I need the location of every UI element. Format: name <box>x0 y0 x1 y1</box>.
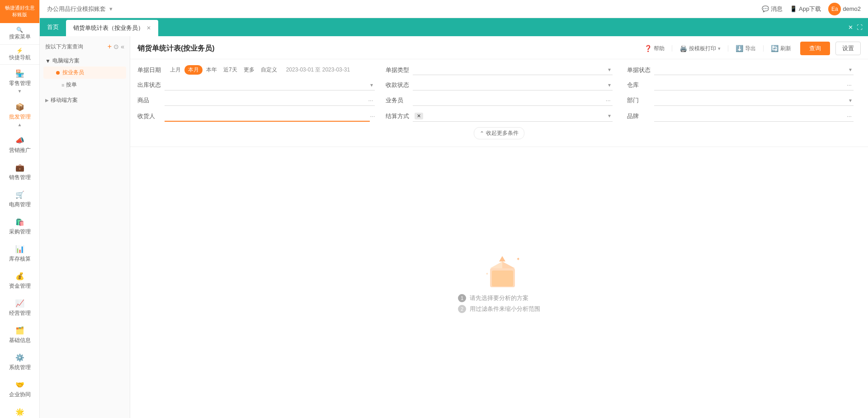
svg-text:✦: ✦ <box>486 272 489 276</box>
tab-home[interactable]: 首页 <box>40 18 66 36</box>
print-arrow: ▾ <box>718 46 721 52</box>
search-menu[interactable]: 🔍 搜索菜单 <box>0 23 39 45</box>
doc-status-select[interactable]: ▾ <box>654 65 854 75</box>
receiver-input[interactable] <box>165 110 370 122</box>
export-btn[interactable]: ⬇️ 导出 <box>736 45 756 52</box>
sidebar-item-newbie[interactable]: 🌟 新手引导 <box>0 403 39 418</box>
filter-collapse-area: ⌃ 收起更多条件 <box>137 125 861 141</box>
corp-label: 企业协同 <box>9 391 31 399</box>
sidebar-item-purchase[interactable]: 🛍️ 采购管理 <box>0 213 39 240</box>
pc-scheme-header[interactable]: ▼ 电脑端方案 <box>43 55 126 66</box>
sidebar-item-sales[interactable]: 💼 销售管理 <box>0 159 39 186</box>
shortcut-icon: ⚡ <box>16 48 23 54</box>
content-area: 按以下方案查询 + ⊙ « ▼ 电脑端方案 按业务员 ≡ 按单 <box>40 36 868 418</box>
warehouse-input[interactable]: ··· <box>654 80 854 90</box>
brand-col: 品牌 ··· <box>620 111 861 122</box>
doc-type-select[interactable]: ▾ <box>413 65 612 75</box>
app-icon: 📱 <box>790 5 797 12</box>
add-scheme-btn[interactable]: + <box>108 43 112 51</box>
shortcut-nav[interactable]: ⚡ 快捷导航 <box>0 45 39 65</box>
main-area: 办公用品行业模拟账套 ▾ 💬 消息 📱 App下载 Ea demo2 首页 销货… <box>40 0 868 418</box>
refresh-icon: 🔄 <box>771 45 778 52</box>
sub-item-by-order[interactable]: ≡ 按单 <box>43 79 126 91</box>
salesperson-dots: ··· <box>606 97 611 104</box>
settings-btn[interactable]: 设置 <box>835 42 861 55</box>
settlement-col: 结算方式 ✕ ▾ <box>378 111 619 122</box>
brand-dots: ··· <box>847 113 852 119</box>
collapse-panel-btn[interactable]: « <box>121 43 124 50</box>
topbar-dropdown-icon[interactable]: ▾ <box>109 5 113 12</box>
dept-col: 部门 ▾ <box>620 95 861 106</box>
filter-area: 单据日期 上月 本月 本年 近7天 更多 自定义 2023-03-01 至 20… <box>130 59 868 147</box>
brand-label: 品牌 <box>627 112 654 120</box>
mobile-scheme-header[interactable]: ▶ 移动端方案 <box>43 95 126 106</box>
date-tab-last-month[interactable]: 上月 <box>167 65 184 75</box>
help-btn[interactable]: ❓ 帮助 <box>644 45 665 52</box>
wholesale-icon: 📦 <box>15 103 24 112</box>
msg-btn[interactable]: 💬 消息 <box>762 5 783 13</box>
scheme-item-salesperson[interactable]: 按业务员 <box>43 66 126 79</box>
page-header: 销货单统计表(按业务员) ❓ 帮助 🖨️ 按模板打印 ▾ ⬇️ <box>130 36 868 59</box>
receipt-status-select[interactable]: ▾ <box>413 80 612 90</box>
sidebar-item-basic[interactable]: 🗂️ 基础信息 <box>0 322 39 349</box>
sidebar-item-marketing[interactable]: 📣 营销推广 <box>0 132 39 159</box>
tab-home-label: 首页 <box>47 23 59 31</box>
date-tab-this-month[interactable]: 本月 <box>184 65 203 75</box>
logo: 畅捷通好生意 标账版 <box>0 0 39 23</box>
receipt-status-label: 收款状态 <box>386 81 413 89</box>
warehouse-dots: ··· <box>847 81 852 88</box>
search-menu-label: 搜索菜单 <box>3 33 37 41</box>
topbar: 办公用品行业模拟账套 ▾ 💬 消息 📱 App下载 Ea demo2 <box>40 0 868 18</box>
empty-svg: ✦ ✦ <box>481 252 526 293</box>
export-icon: ⬇️ <box>736 45 743 52</box>
app-download-btn[interactable]: 📱 App下载 <box>790 5 821 13</box>
retail-arrow: ▼ <box>18 89 22 94</box>
sidebar-item-finance[interactable]: 💰 资金管理 <box>0 267 39 294</box>
tab-expand-area: ✕ ⛶ <box>848 24 868 31</box>
hint-num-2: 2 <box>458 305 466 313</box>
tab-close-btn[interactable]: ✕ <box>146 25 151 31</box>
app-label: App下载 <box>799 5 821 13</box>
scheme-label-salesperson: 按业务员 <box>62 69 84 76</box>
date-tab-this-year[interactable]: 本年 <box>203 65 220 75</box>
collapse-btn[interactable]: ⌃ 收起更多条件 <box>474 127 524 139</box>
sep1 <box>672 45 672 52</box>
goods-input[interactable]: ··· <box>165 95 375 106</box>
refresh-btn[interactable]: 🔄 刷新 <box>771 45 791 52</box>
svg-text:✦: ✦ <box>516 256 520 261</box>
salesperson-input[interactable]: ··· <box>413 95 612 106</box>
date-tab-more[interactable]: 更多 <box>241 65 257 75</box>
sidebar-item-corp[interactable]: 🤝 企业协同 <box>0 376 39 403</box>
out-status-select[interactable]: ▾ <box>165 80 375 90</box>
mobile-expand-icon: ▶ <box>45 98 49 103</box>
sales-icon: 💼 <box>15 163 24 172</box>
hint-text-1: 请先选择要分析的方案 <box>470 294 528 302</box>
dept-select[interactable]: ▾ <box>654 95 854 106</box>
date-tab-7days[interactable]: 近7天 <box>221 65 240 75</box>
help-icon: ❓ <box>644 45 652 52</box>
sidebar-item-ecommerce[interactable]: 🛒 电商管理 <box>0 186 39 213</box>
print-btn[interactable]: 🖨️ 按模板打印 ▾ <box>679 45 721 52</box>
ecommerce-label: 电商管理 <box>9 201 31 209</box>
sidebar-item-business[interactable]: 📈 经营管理 <box>0 294 39 322</box>
sidebar-item-retail[interactable]: 🏪 零售管理 ▼ <box>0 65 39 98</box>
sidebar-item-system[interactable]: ⚙️ 系统管理 <box>0 349 39 376</box>
user-area[interactable]: Ea demo2 <box>828 3 861 15</box>
sidebar-item-inventory[interactable]: 📊 库存核算 <box>0 240 39 267</box>
marketing-icon: 📣 <box>15 136 24 145</box>
tab-fullscreen-icon[interactable]: ⛶ <box>857 24 863 31</box>
date-tab-custom[interactable]: 自定义 <box>258 65 280 75</box>
logo-text: 畅捷通好生意 <box>5 5 35 11</box>
tab-sales-stat[interactable]: 销货单统计表（按业务员） ✕ <box>66 20 158 36</box>
brand-input[interactable]: ··· <box>654 111 854 122</box>
help-label: 帮助 <box>654 45 665 52</box>
active-dot <box>56 71 60 75</box>
export-label: 导出 <box>745 45 756 52</box>
settlement-clear[interactable]: ✕ <box>415 113 423 119</box>
sidebar-item-wholesale[interactable]: 📦 批发管理 ▲ <box>0 98 39 132</box>
query-btn[interactable]: 查询 <box>800 42 830 55</box>
tab-close-all-icon[interactable]: ✕ <box>848 24 853 31</box>
out-status-label: 出库状态 <box>137 81 165 89</box>
settlement-select[interactable]: ✕ ▾ <box>413 111 612 122</box>
edit-scheme-btn[interactable]: ⊙ <box>113 43 119 50</box>
